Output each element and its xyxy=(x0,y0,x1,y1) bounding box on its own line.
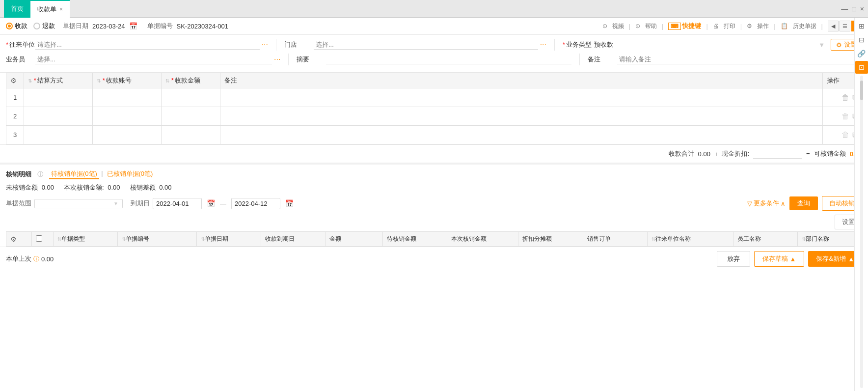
tab-done[interactable]: 已核销单据(0笔) xyxy=(105,169,155,179)
table-row: 2 🗑 ⧉ xyxy=(6,107,862,126)
row-1-settlement[interactable] xyxy=(24,88,93,107)
counterpart-input[interactable] xyxy=(35,40,260,50)
tab-pending[interactable]: 待核销单据(0笔) xyxy=(49,169,99,179)
radio-refund[interactable]: 退款 xyxy=(33,22,55,30)
row-num-2: 2 xyxy=(6,107,24,126)
video-link[interactable]: 视频 xyxy=(612,22,624,30)
receipt-type-group: 收款 退款 xyxy=(6,22,55,30)
row-1-account[interactable] xyxy=(93,88,162,107)
row-1-delete-icon[interactable]: 🗑 xyxy=(841,93,849,102)
row-3-delete-icon[interactable]: 🗑 xyxy=(841,131,849,140)
toolbar: 收款 退款 单据日期 2023-03-24 📅 单据编号 SK-20230324… xyxy=(0,18,868,35)
counterpart-more-btn[interactable]: ··· xyxy=(262,40,268,49)
staff-input[interactable] xyxy=(35,55,272,64)
sidebar-link-icon[interactable]: 🔗 xyxy=(855,47,868,60)
available-label: 可核销金额 xyxy=(814,149,846,158)
date-start-cal-icon[interactable]: 📅 xyxy=(207,199,215,207)
tab-bar: 首页 收款单 × — □ × xyxy=(0,0,868,18)
shop-input[interactable] xyxy=(314,40,538,50)
row-3-settlement[interactable] xyxy=(24,126,93,144)
radio-refund-circle xyxy=(33,23,40,29)
range-select[interactable]: ▼ xyxy=(34,199,123,208)
filter-left: 单据范围 ▼ 到期日 📅 — 📅 xyxy=(6,198,296,209)
save-draft-chevron-icon: ▲ xyxy=(790,255,796,263)
row-num-1: 1 xyxy=(6,88,24,107)
table-gear-icon[interactable]: ⚙ xyxy=(10,77,17,84)
row-3-actions: 🗑 ⧉ xyxy=(827,131,858,140)
row-2-notes[interactable] xyxy=(220,107,823,126)
diff-label: 核销差额 0.00 xyxy=(130,183,172,192)
minimize-icon[interactable]: — xyxy=(841,5,848,13)
staff-field: 业务员 ··· xyxy=(6,55,280,64)
col-notes: 备注 xyxy=(220,73,823,88)
query-btn[interactable]: 查询 xyxy=(789,196,818,210)
main-content: 收款 退款 单据日期 2023-03-24 📅 单据编号 SK-20230324… xyxy=(0,18,868,391)
row-2-amount[interactable] xyxy=(162,107,220,126)
row-3-amount[interactable] xyxy=(162,126,220,144)
notes-field: 备注 xyxy=(588,55,862,64)
save-new-label: 保存&新增 xyxy=(816,254,846,263)
tab-receipt[interactable]: 收款单 × xyxy=(30,0,70,18)
list-view-btn[interactable]: ☰ xyxy=(840,21,850,31)
print-link[interactable]: 打印 xyxy=(724,22,735,30)
window-close-icon[interactable]: × xyxy=(860,5,864,13)
row-3-notes[interactable] xyxy=(220,126,823,144)
doc-info: 单据日期 2023-03-24 📅 单据编号 SK-20230324-001 xyxy=(63,22,228,30)
row-2-actions: 🗑 ⧉ xyxy=(827,112,858,121)
info-icon[interactable]: ⓘ xyxy=(37,170,43,179)
staff-more-btn[interactable]: ··· xyxy=(274,55,280,64)
prev-view-btn[interactable]: ◀ xyxy=(828,21,839,31)
discount-input[interactable] xyxy=(753,149,802,159)
col-amount: ⇅ *收款金额 xyxy=(162,73,220,88)
shop-more-btn[interactable]: ··· xyxy=(540,40,546,49)
bottom-table-gear-icon[interactable]: ⚙ xyxy=(10,235,17,243)
tab-close-icon[interactable]: × xyxy=(59,6,63,13)
doc-date-value: 2023-03-24 xyxy=(92,23,125,30)
range-chevron-icon: ▼ xyxy=(113,201,118,206)
help-link[interactable]: 帮助 xyxy=(645,22,657,30)
biz-type-dropdown-icon[interactable]: ▼ xyxy=(818,41,825,49)
notes-input[interactable] xyxy=(617,55,862,64)
receipt-table: ⚙ ⇅ *结算方式 ⇅ *收款账号 ⇅ *收款金额 备注 操作 xyxy=(6,73,862,144)
calendar-icon[interactable]: 📅 xyxy=(129,22,137,30)
shortcut-link[interactable]: ⌨ 快捷键 xyxy=(668,22,701,30)
btcol-type: ⇅单据类型 xyxy=(54,232,118,247)
row-1-notes[interactable] xyxy=(220,88,823,107)
row-2-account[interactable] xyxy=(93,107,162,126)
row-3-account[interactable] xyxy=(93,126,162,144)
biz-type-value: 预收款 xyxy=(592,39,817,50)
date-end-input[interactable] xyxy=(231,198,280,209)
biz-type-field: *业务类型 预收款 ▼ xyxy=(563,39,825,50)
right-sidebar: ⊞ ⊟ 🔗 ⊡ xyxy=(854,18,868,391)
sidebar-table-icon[interactable]: ⊞ xyxy=(855,20,868,32)
save-draft-btn[interactable]: 保存草稿 ▲ xyxy=(754,251,805,267)
toolbar-right: ⊙ 视频 | ⊙ 帮助 | ⌨ 快捷键 | 🖨 打印 | ⚙ 操作 | 📋 历史… xyxy=(602,21,862,31)
tab-receipt-label: 收款单 xyxy=(37,5,56,14)
row-2-delete-icon[interactable]: 🗑 xyxy=(841,112,849,121)
row-1-amount[interactable] xyxy=(162,88,220,107)
row-num-3: 3 xyxy=(6,126,24,144)
counterpart-label: *往来单位 xyxy=(6,40,35,49)
verify-tabs: 待核销单据(0笔) | 已核销单据(0笔) xyxy=(49,169,155,179)
last-label: 本单上次 xyxy=(6,254,31,263)
shop-field: 门店 ··· xyxy=(284,40,546,50)
summary-input[interactable] xyxy=(326,55,571,64)
btcol-dept: ⇅部门名称 xyxy=(797,232,862,247)
discard-btn[interactable]: 放弃 xyxy=(717,251,750,267)
bottom-bar: 本单上次 ⓘ 0.00 放弃 保存草稿 ▲ 保存&新增 ▲ xyxy=(0,247,868,271)
operations-link[interactable]: 操作 xyxy=(757,22,769,30)
date-start-input[interactable] xyxy=(153,198,202,209)
date-end-cal-icon[interactable]: 📅 xyxy=(285,199,294,207)
sidebar-image-icon[interactable]: ⊟ xyxy=(855,33,868,46)
maximize-icon[interactable]: □ xyxy=(852,5,856,13)
radio-receipt[interactable]: 收款 xyxy=(6,22,27,30)
sidebar-frame-icon[interactable]: ⊡ xyxy=(855,61,868,74)
history-link[interactable]: 历史单据 xyxy=(793,22,816,30)
select-all-checkbox[interactable] xyxy=(36,235,42,242)
more-filter-btn[interactable]: ▽ 更多条件 ∧ xyxy=(747,199,786,208)
counterpart-field: *往来单位 ··· xyxy=(6,40,268,50)
tab-home[interactable]: 首页 xyxy=(4,0,30,18)
form-row-1: *往来单位 ··· 门店 ··· *业务类型 预收款 ▼ ⚙ xyxy=(6,39,862,51)
last-info-icon[interactable]: ⓘ xyxy=(33,255,39,263)
row-2-settlement[interactable] xyxy=(24,107,93,126)
